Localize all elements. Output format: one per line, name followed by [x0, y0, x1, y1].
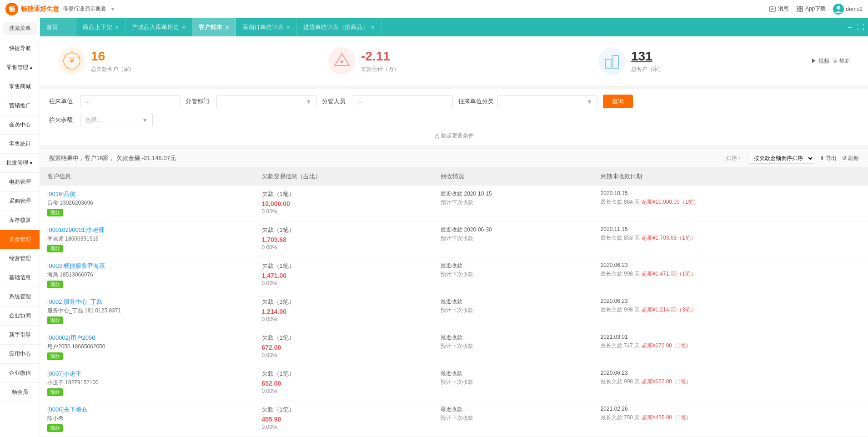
balance-input[interactable]: 选择... ▼	[80, 113, 153, 127]
tab-close-btn[interactable]: ×	[371, 24, 375, 31]
sidebar-item-inventory[interactable]: 库存核算	[0, 211, 40, 230]
customer-name-link[interactable]: [0007]小进干	[47, 370, 247, 378]
sort-label: 排序：	[726, 155, 743, 162]
debt-percent: 0.00%	[262, 208, 426, 215]
tab-home[interactable]: 首页	[40, 18, 76, 36]
debt-info-cell: 欠款（1笔） 1,471.00 0.00%	[255, 257, 434, 293]
customer-name-link[interactable]: [0003]畅捷服务尹海蒸	[47, 262, 247, 270]
overdue-amount-link[interactable]: 超期¥1,703.68（1笔）	[642, 235, 696, 241]
tab-minimize-btn[interactable]: －	[846, 23, 853, 32]
tab-purchase-order[interactable]: 采购订单统计表 ×	[236, 18, 297, 36]
sidebar-item-enterprise[interactable]: 企业协同	[0, 306, 40, 326]
overdue-amount-link[interactable]: 超期¥1,214.00（3笔）	[642, 306, 696, 313]
debt-amount[interactable]: 455.90	[262, 416, 426, 423]
filter-balance: 往来余额 选择... ▼	[49, 113, 153, 127]
overdue-days: 最长欠款 747 天 超期¥672.00（1笔）	[601, 342, 861, 350]
sidebar-item-new-guide[interactable]: 新手引导	[0, 326, 40, 345]
sidebar-item-enterprise-wx[interactable]: 企业微信	[0, 364, 40, 383]
customer-name-link[interactable]: [0002]服务中心_丁磊	[47, 298, 247, 306]
stat-card-debt-amount: ✦ -2.11 欠款合计（万）	[319, 44, 589, 78]
sidebar-item-marketing[interactable]: 营销推广	[0, 96, 40, 116]
customer-tag: 现款	[47, 352, 63, 360]
overdue-amount-link[interactable]: 超期¥10,000.00（1笔）	[642, 199, 699, 205]
tab-maximize-btn[interactable]: ⛶	[857, 23, 864, 31]
tab-close-btn[interactable]: ×	[115, 24, 119, 31]
tab-product-shelf[interactable]: 商品上下架 ×	[76, 18, 125, 36]
stat-card-debt-customers: ¥ 16 总欠款客户（家）	[49, 44, 319, 78]
sidebar-item-system-mgmt[interactable]: 系统管理	[0, 287, 40, 306]
overdue-days: 最长欠款 998 天 超期¥652.00（1笔）	[601, 378, 861, 386]
tab-close-btn[interactable]: ×	[182, 24, 186, 31]
stat-card-total-customers: 131 总客户（家） ▶ 视频 ⊙ 帮助	[589, 44, 859, 78]
sidebar-item-operations[interactable]: 经营管理	[0, 249, 40, 268]
overdue-days: 最长欠款 998 天 超期¥1,214.00（3笔）	[601, 306, 861, 314]
stat-card-actions: ▶ 视频 ⊙ 帮助	[811, 57, 850, 65]
overdue-amount-link[interactable]: 超期¥1,471.00（1笔）	[642, 271, 696, 277]
total-customers-value: 131	[631, 49, 806, 64]
debt-amount[interactable]: 1,214.00	[262, 308, 426, 315]
debt-amount[interactable]: 652.00	[262, 380, 426, 387]
sidebar-item-app-center[interactable]: 应用中心	[0, 345, 40, 364]
view-video-btn[interactable]: ▶ 视频	[811, 57, 829, 65]
debt-amount[interactable]: 672.00	[262, 344, 426, 351]
category-input[interactable]: ▼	[497, 95, 597, 108]
overdue-amount-link[interactable]: 超期¥652.00（1笔）	[642, 378, 692, 385]
play-icon: ▶	[811, 58, 817, 64]
customer-name-link[interactable]: [0016]吕俊	[47, 190, 247, 198]
tab-produce-history[interactable]: 产成品入库单历史 ×	[125, 18, 192, 36]
tab-customer-account[interactable]: 客户账本 ×	[192, 18, 236, 36]
debt-percent: 0.00%	[262, 352, 426, 358]
search-menu-btn[interactable]: 搜索菜单	[3, 22, 37, 35]
overdue-amount-link[interactable]: 超期¥672.00（1笔）	[642, 342, 692, 349]
customer-unit-input[interactable]: ···	[80, 95, 180, 108]
tab-import-stats[interactable]: 进货单统计表（按商品） ×	[297, 18, 381, 36]
department-input[interactable]: ▼	[216, 95, 316, 108]
sidebar-item-basic-info[interactable]: 基础信息	[0, 268, 40, 287]
customer-tag: 现款	[47, 209, 63, 216]
collapse-filter-btn[interactable]: ⋀ 收起更多条件	[49, 132, 859, 140]
debt-amount[interactable]: 1,703.68	[262, 236, 426, 243]
sidebar-item-retail-stats[interactable]: 零售统计	[0, 135, 40, 154]
data-table: 客户信息 欠款交易信息（占比） 回收情况 到期未收款日期 [0016]吕俊 吕俊…	[40, 168, 868, 437]
manager-input[interactable]: ···	[353, 95, 453, 108]
sidebar-item-retail-mall[interactable]: 零售商城	[0, 77, 40, 96]
collection-cell: 最近收款 2020-10-15 预计下次收款	[433, 186, 593, 221]
app-download-btn[interactable]: App下载	[796, 5, 826, 13]
overdue-date-cell: 2020.10.15 最长欠款 884 天 超期¥10,000.00（1笔）	[593, 186, 868, 221]
sort-select[interactable]: 按欠款金额倒序排序	[748, 153, 814, 164]
message-btn[interactable]: 消息	[769, 5, 789, 13]
sidebar-item-batch-mgmt[interactable]: 批发管理 ▼	[0, 154, 40, 173]
brand-arrow[interactable]: ▼	[110, 6, 115, 12]
svg-rect-5	[797, 10, 799, 12]
customer-name-link[interactable]: [000002]用户2050	[47, 334, 247, 342]
collapse-up-icon: ⋀	[435, 133, 439, 139]
sidebar-item-ecommerce[interactable]: 电商管理	[0, 173, 40, 192]
dots-placeholder: ···	[358, 98, 363, 105]
sidebar-item-capital-mgmt[interactable]: 资金管理	[0, 230, 40, 249]
help-btn[interactable]: ⊙ 帮助	[833, 57, 850, 65]
overdue-date-cell: 2021.03.01 最长欠款 747 天 超期¥672.00（1笔）	[593, 329, 868, 365]
sidebar-item-vip-member[interactable]: 畅会员	[0, 383, 40, 402]
tab-close-btn[interactable]: ×	[225, 24, 229, 31]
sidebar-item-retail-mgmt[interactable]: 零售管理 ▲	[0, 58, 40, 77]
user-avatar[interactable]: demo2	[833, 4, 863, 15]
refresh-btn[interactable]: ↺ 刷新	[842, 155, 859, 162]
debt-info-cell: 欠款（3笔） 1,214.00 0.00%	[255, 293, 434, 329]
sidebar-item-purchase-mgmt[interactable]: 采购管理	[0, 192, 40, 211]
chevron-down-icon: ▼	[29, 161, 34, 166]
sidebar-item-quick-nav[interactable]: 快捷导航	[0, 39, 40, 58]
debt-amount[interactable]: 1,471.00	[262, 272, 426, 279]
overdue-due-date: 2021.02.26	[601, 406, 861, 412]
sidebar-item-member-center[interactable]: 会员中心	[0, 116, 40, 135]
debt-amount[interactable]: 10,000.00	[262, 200, 426, 207]
tab-close-btn[interactable]: ×	[286, 24, 290, 31]
overdue-amount-link[interactable]: 超期¥455.90（1笔）	[642, 414, 692, 421]
debt-count: 欠款（1笔）	[262, 226, 426, 234]
export-btn[interactable]: ⬆ 导出	[820, 155, 837, 162]
total-customers-label: 总客户（家）	[631, 65, 806, 73]
query-button[interactable]: 查询	[603, 95, 633, 108]
app-download-icon	[796, 5, 803, 13]
customer-name-link[interactable]: [0006]去下粮仓	[47, 406, 247, 414]
customer-name-link[interactable]: [00010200001]李老师	[47, 226, 247, 234]
stats-bar: ¥ 16 总欠款客户（家） ✦ -2.11 欠款合计（万）	[40, 36, 868, 85]
